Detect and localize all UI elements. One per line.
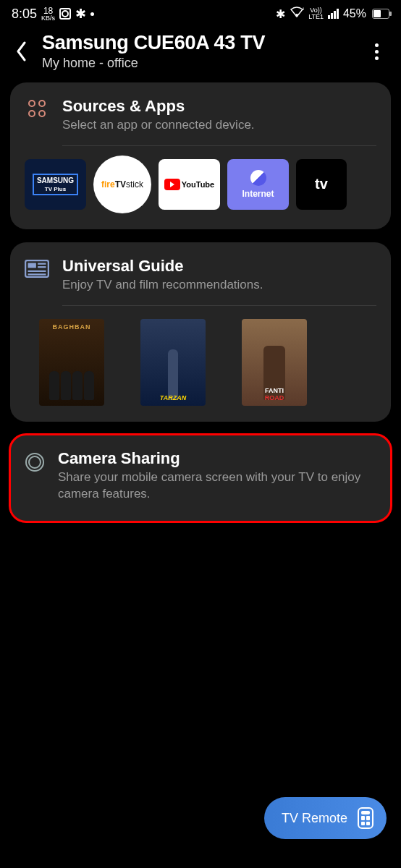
poster-item[interactable]: BAGHBAN xyxy=(39,319,104,406)
svg-rect-4 xyxy=(38,263,46,264)
poster-item[interactable]: TARZAN xyxy=(140,319,206,406)
status-left: 8:05 18 KB/s ✱ xyxy=(12,6,94,22)
guide-icon xyxy=(25,257,49,278)
page-title: Samsung CUE60A 43 TV xyxy=(42,32,356,54)
page-subtitle: My home - office xyxy=(42,56,356,71)
guide-subtitle: Enjoy TV and film recommendations. xyxy=(62,277,263,294)
poster-item[interactable]: FANTIROAD xyxy=(242,319,307,406)
app-samsung-tv-plus[interactable]: SAMSUNGTV Plus xyxy=(25,159,86,210)
divider xyxy=(62,305,376,306)
guide-title: Universal Guide xyxy=(62,257,263,276)
divider xyxy=(62,145,376,146)
bluetooth-icon: ✱ xyxy=(276,7,285,21)
battery-percent: 45% xyxy=(343,7,366,20)
data-rate: 18 KB/s xyxy=(41,7,55,22)
posters-row: BAGHBAN TARZAN FANTIROAD xyxy=(25,319,376,406)
notification-dot-icon xyxy=(90,12,94,16)
svg-point-9 xyxy=(29,456,41,468)
tv-remote-button[interactable]: TV Remote xyxy=(264,797,387,839)
camera-lens-icon xyxy=(25,449,45,472)
header-titles: Samsung CUE60A 43 TV My home - office xyxy=(42,32,356,71)
camera-sharing-card[interactable]: Camera Sharing Share your mobile camera … xyxy=(10,435,391,522)
svg-rect-6 xyxy=(28,271,46,272)
sources-icon xyxy=(25,97,49,117)
app-fire-tv-stick[interactable]: fireTVstick xyxy=(93,156,151,213)
volte-icon: Vo))LTE1 xyxy=(308,7,324,20)
more-menu-button[interactable] xyxy=(362,34,391,69)
snowflake-icon: ✱ xyxy=(75,6,86,22)
camera-title: Camera Sharing xyxy=(58,449,376,468)
app-apple-tv[interactable]: tv xyxy=(296,159,347,210)
sources-subtitle: Select an app or connected device. xyxy=(62,117,255,134)
camera-subtitle: Share your mobile camera screen with you… xyxy=(58,469,376,503)
remote-icon xyxy=(358,807,373,829)
svg-rect-7 xyxy=(28,273,46,275)
battery-icon xyxy=(371,9,389,19)
svg-rect-3 xyxy=(28,263,36,268)
status-right: ✱ + Vo))LTE1 45% xyxy=(276,7,389,21)
app-icon xyxy=(59,8,71,20)
universal-guide-card: Universal Guide Enjoy TV and film recomm… xyxy=(10,242,391,422)
header: Samsung CUE60A 43 TV My home - office xyxy=(0,25,401,82)
fab-label: TV Remote xyxy=(282,811,347,826)
app-youtube[interactable]: YouTube xyxy=(159,159,220,210)
sources-card: Sources & Apps Select an app or connecte… xyxy=(10,82,391,229)
status-bar: 8:05 18 KB/s ✱ ✱ + Vo))LTE1 45% xyxy=(0,0,401,25)
back-button[interactable] xyxy=(7,34,36,69)
svg-rect-5 xyxy=(38,266,46,268)
clock: 8:05 xyxy=(12,7,37,22)
app-internet[interactable]: Internet xyxy=(227,159,289,210)
apps-row: SAMSUNGTV Plus fireTVstick YouTube Inter… xyxy=(25,159,376,213)
sources-title: Sources & Apps xyxy=(62,97,255,116)
chevron-left-icon xyxy=(16,41,28,61)
signal-bars-icon xyxy=(328,9,339,19)
wifi-icon: + xyxy=(290,7,304,21)
svg-text:+: + xyxy=(302,7,304,12)
svg-point-0 xyxy=(295,14,298,17)
